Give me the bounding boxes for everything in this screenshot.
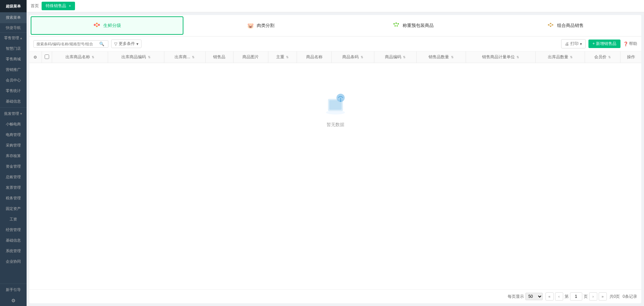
sort-icon: ⇅ (92, 56, 94, 59)
th-out-qty[interactable]: 出库品数量 ⇅ (536, 51, 585, 63)
sidebar-item-basic-info2[interactable]: 基础信息 (0, 235, 27, 246)
sidebar-item-fixed-assets[interactable]: 固定资产 (0, 203, 27, 214)
filter-label: 更多条件 (119, 41, 135, 47)
help-button[interactable]: ❓ 帮助 (623, 41, 637, 47)
svg-point-2 (96, 26, 98, 27)
th-product-sku[interactable]: 商品编码 ⇅ (374, 51, 416, 63)
toolbar: 🔍 ▽ 更多条件 ▾ 🖨 打印 ▾ + 新增销售品 ❓ 帮助 (29, 36, 641, 51)
sidebar-item-enterprise[interactable]: 企业协同 (0, 256, 27, 267)
tab-weighed-package[interactable]: 称重预包装商品 (337, 15, 489, 36)
th-settings[interactable]: ⚙ (29, 51, 42, 63)
sort-icon: ⇅ (516, 56, 519, 59)
page-number-input[interactable] (570, 292, 582, 301)
page-label-prefix: 第 (565, 294, 569, 300)
sort-icon: ⇅ (192, 56, 195, 59)
svg-line-16 (551, 25, 553, 26)
sidebar-item-basic-info[interactable]: 基础信息 (0, 96, 27, 107)
svg-point-8 (396, 25, 398, 27)
th-product-image[interactable]: 商品图片 (233, 51, 268, 63)
new-product-button[interactable]: + 新增销售品 (588, 40, 620, 48)
next-page-button[interactable]: › (589, 292, 597, 301)
sidebar-item-member-center[interactable]: 会员中心 (0, 75, 27, 86)
filter-icon: ▽ (114, 42, 117, 46)
tab-fresh-grade[interactable]: 生鲜分级 (31, 16, 183, 35)
sidebar-item-ledger[interactable]: 总账管理 (0, 172, 27, 182)
svg-point-0 (94, 24, 96, 26)
sidebar-item-inventory[interactable]: 库存核算 (0, 151, 27, 161)
first-page-button[interactable]: « (545, 292, 554, 301)
sidebar-item-retail-stats[interactable]: 零售统计 (0, 86, 27, 96)
empty-text: 暂无数据 (327, 122, 344, 128)
page-size-select: 每页显示 50 10 20 100 (508, 293, 543, 300)
toolbar-right: 🖨 打印 ▾ + 新增销售品 ❓ 帮助 (561, 39, 637, 48)
svg-point-1 (96, 23, 98, 25)
tab-combo-sales[interactable]: 组合商品销售 (489, 15, 641, 36)
help-icon: ❓ (623, 42, 628, 46)
sidebar-item-tax[interactable]: 税务管理 (0, 193, 27, 203)
sidebar-item-finance[interactable]: 资金管理 (0, 161, 27, 172)
sidebar-quick-nav[interactable]: 快捷导航 (0, 23, 27, 33)
th-sales-product[interactable]: 销售品 (205, 51, 233, 63)
tab-weighed-package-label: 称重预包装商品 (403, 22, 434, 29)
th-member-price[interactable]: 会员价 ⇅ (585, 51, 620, 63)
sidebar-item-sys-mgmt[interactable]: 系统管理 (0, 246, 27, 256)
sidebar-item-settings[interactable]: ⚙ (0, 295, 27, 306)
th-out-product-name[interactable]: 出库商品名称 ⇅ (52, 51, 108, 63)
th-sales-qty[interactable]: 销售品数量 ⇅ (417, 51, 466, 63)
sidebar-item-salary[interactable]: 工资 (0, 214, 27, 225)
new-product-label: + 新增销售品 (593, 41, 616, 47)
sidebar-item-mini-ecom[interactable]: 小畅电商 (0, 119, 27, 129)
tab-meat-cut[interactable]: 🐷 肉类分割 (185, 15, 337, 36)
breadcrumb-home[interactable]: 首页 (31, 3, 39, 9)
prev-page-button[interactable]: ‹ (555, 292, 563, 301)
th-main-weight[interactable]: 主重 ⇅ (268, 51, 297, 63)
sidebar-item-smart-store[interactable]: 智慧门店 (0, 43, 27, 54)
sidebar-logo: 超级菜单 (0, 0, 27, 12)
sidebar-item-retail-mgmt[interactable]: 零售管理 ▲ (0, 33, 27, 43)
sidebar-item-retail-mall[interactable]: 零售商城 (0, 54, 27, 64)
settings-icon: ⚙ (33, 55, 37, 60)
sort-icon: ⇅ (608, 56, 611, 59)
close-tab-icon[interactable]: × (69, 4, 71, 8)
pagination: 每页显示 50 10 20 100 « ‹ 第 页 › » 共0页 0条记录 (29, 289, 641, 303)
page-label-suffix: 页 (584, 294, 588, 300)
svg-point-5 (395, 22, 397, 24)
sidebar-item-new-guide[interactable]: 新手引导 (0, 285, 27, 295)
sidebar-item-sales-promo[interactable]: 营销推广 (0, 64, 27, 75)
svg-point-6 (398, 23, 399, 25)
select-all-checkbox[interactable] (45, 55, 49, 59)
sidebar-divider-bottom (0, 284, 27, 284)
tab-combo-sales-label: 组合商品销售 (557, 22, 584, 29)
th-sales-unit[interactable]: 销售商品计量单位 ⇅ (466, 51, 536, 63)
sidebar-item-batch-mgmt[interactable]: 批发管理 ▼ (0, 108, 27, 119)
svg-line-15 (549, 25, 551, 26)
th-checkbox[interactable] (42, 51, 52, 63)
svg-point-7 (394, 25, 396, 27)
th-product-barcode[interactable]: 商品条码 ⇅ (332, 51, 374, 63)
sort-icon: ⇅ (403, 56, 406, 59)
page-size-dropdown[interactable]: 50 10 20 100 (525, 293, 543, 300)
tab-meat-cut-label: 肉类分割 (257, 22, 274, 29)
search-box[interactable]: 🔍 (33, 40, 108, 48)
content-area: 生鲜分级 🐷 肉类分割 称重预包装商品 (29, 15, 641, 303)
search-input[interactable] (36, 42, 98, 46)
combo-sales-icon (547, 22, 554, 29)
filter-button[interactable]: ▽ 更多条件 ▾ (111, 40, 141, 48)
active-tab[interactable]: 特殊销售品 × (42, 2, 75, 10)
sort-icon: ⇅ (286, 56, 289, 59)
sidebar-item-purchase-mgmt[interactable]: 采购管理 (0, 140, 27, 151)
th-out-product-code[interactable]: 出库商品编码 ⇅ (108, 51, 164, 63)
print-button[interactable]: 🖨 打印 ▾ (561, 39, 586, 48)
sidebar-search-button[interactable]: 搜索菜单 (0, 12, 27, 23)
th-product-name[interactable]: 商品名称 (297, 51, 332, 63)
th-out-product-spec[interactable]: 出库商... ⇅ (164, 51, 205, 63)
chevron-down-icon: ▼ (20, 112, 23, 116)
sidebar-bottom: 新手引导 ⚙ (0, 283, 27, 306)
last-page-button[interactable]: » (599, 292, 607, 301)
sort-icon: ⇅ (148, 56, 151, 59)
chevron-down-icon: ▾ (580, 42, 582, 46)
active-tab-label: 特殊销售品 (46, 3, 66, 9)
sidebar-item-invoice[interactable]: 发票管理 (0, 182, 27, 193)
sidebar-item-ecom-mgmt[interactable]: 电商管理 (0, 129, 27, 140)
sidebar-item-ops-mgmt[interactable]: 经营管理 (0, 225, 27, 235)
